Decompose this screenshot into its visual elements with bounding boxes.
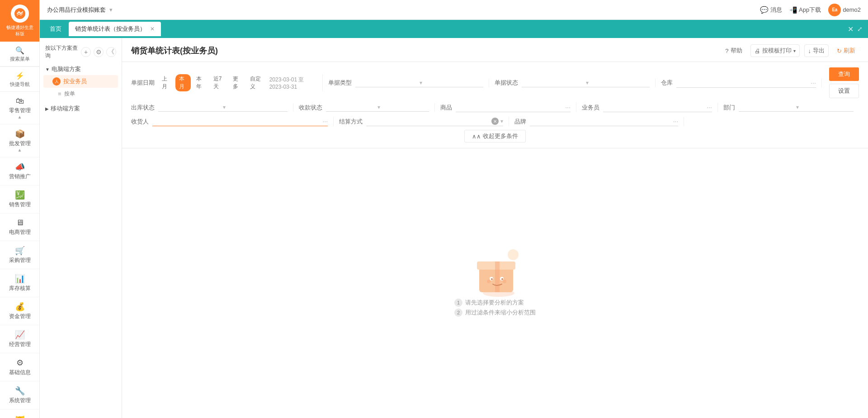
export-button[interactable]: ↓ 导出 — [804, 44, 829, 57]
collapse-scheme-button[interactable]: 《 — [106, 47, 116, 57]
salesman-control: ··· — [603, 103, 712, 112]
sidebar-logo[interactable]: 畅捷通好生意 标版 — [0, 0, 39, 42]
sidebar-item-inventory[interactable]: 📊 库存核算 — [0, 269, 39, 297]
quick-nav-button[interactable]: ⚡ 快捷导航 — [0, 66, 39, 92]
desktop-scheme-title[interactable]: ▼ 电脑端方案 — [43, 63, 118, 75]
step-2-text: 用过滤条件来缩小分析范围 — [465, 309, 536, 317]
date-tab-more[interactable]: 更多 — [229, 74, 245, 91]
salesman-scheme-icon: 人 — [52, 77, 61, 86]
brand-input-area[interactable]: ··· — [530, 117, 679, 126]
marketing-icon: 📣 — [15, 162, 25, 172]
pay-status-control[interactable]: ▾ — [326, 103, 429, 112]
receiver-input-area[interactable]: ··· — [152, 117, 328, 126]
filter-row-2: 出库状态 ▾ 收款状态 — [131, 103, 859, 112]
sidebar-item-system[interactable]: 🔧 系统管理 — [0, 381, 39, 409]
page-title: 销货单统计表(按业务员) — [131, 45, 218, 56]
app-download-button[interactable]: 📲 App下载 — [789, 6, 821, 14]
date-label: 单据日期 — [131, 79, 155, 87]
pay-status-select[interactable]: ▾ — [326, 103, 429, 112]
sidebar-item-wholesale[interactable]: 📦 批发管理 ▲ — [0, 124, 39, 157]
receiver-dots-button[interactable]: ··· — [322, 118, 328, 125]
search-menu-button[interactable]: 🔍 搜索菜单 — [0, 42, 39, 66]
brand-label: 品牌 — [514, 118, 526, 126]
tab-sales-stats[interactable]: 销货单统计表（按业务员） ✕ — [69, 22, 161, 36]
filter-doc-type: 单据类型 ▾ — [323, 79, 489, 87]
svg-rect-6 — [495, 270, 500, 292]
svg-point-11 — [487, 280, 491, 283]
warehouse-dots-button[interactable]: ··· — [811, 79, 816, 86]
salesman-dots-button[interactable]: ··· — [707, 104, 712, 111]
sidebar: 畅捷通好生意 标版 🔍 搜索菜单 ⚡ 快捷导航 🛍 零售管理 ▲ 📦 批发管理 … — [0, 0, 40, 418]
add-scheme-button[interactable]: + — [81, 47, 91, 57]
sidebar-item-operations[interactable]: 📈 经营管理 — [0, 325, 39, 353]
export-label: 导出 — [813, 47, 825, 55]
filter-pay-status: 收款状态 ▾ — [293, 103, 435, 112]
sidebar-item-marketing-label: 营销推广 — [9, 173, 31, 180]
sidebar-item-marketing[interactable]: 📣 营销推广 — [0, 157, 39, 185]
mobile-scheme-group: ▶ 移动端方案 — [40, 103, 122, 114]
refresh-label: 刷新 — [844, 47, 855, 55]
query-button[interactable]: 查询 — [829, 67, 859, 81]
empty-step-1: 1 请先选择要分析的方案 — [454, 299, 536, 307]
out-status-select[interactable]: ▾ — [158, 103, 288, 112]
help-button[interactable]: ? 帮助 — [722, 45, 745, 57]
step-2-number: 2 — [454, 309, 462, 317]
print-button[interactable]: 🖨 按模板打印 ▾ — [750, 44, 800, 57]
tab-home[interactable]: 首页 — [43, 22, 68, 36]
doc-type-arrow-icon: ▾ — [420, 80, 483, 86]
doc-status-control[interactable]: ▾ — [522, 79, 650, 87]
sidebar-item-basic[interactable]: ⚙ 基础信息 — [0, 353, 39, 381]
main-area: 办公用品行业模拟账套 ▾ 💬 消息 📲 App下载 Ea demo2 首页 — [40, 0, 868, 418]
dept-select[interactable]: ▾ — [739, 103, 854, 112]
sidebar-item-inventory-label: 库存核算 — [9, 285, 31, 292]
expand-window-button[interactable]: ⤢ — [857, 25, 863, 33]
sidebar-item-finance[interactable]: 💰 资金管理 — [0, 297, 39, 325]
sidebar-item-ecommerce[interactable]: 🖥 电商管理 — [0, 214, 39, 241]
date-tab-custom[interactable]: 自定义 — [246, 74, 266, 91]
payment-input-area[interactable]: ✕ ▾ — [366, 117, 503, 126]
doc-type-select[interactable]: ▾ — [355, 79, 483, 87]
tabbar: 首页 销货单统计表（按业务员） ✕ ✕ ⤢ — [40, 20, 868, 38]
date-tab-7days[interactable]: 近7天 — [210, 74, 227, 91]
tab-close-icon[interactable]: ✕ — [150, 26, 155, 32]
user-avatar-button[interactable]: Ea demo2 — [828, 4, 861, 16]
desktop-scheme-arrow-icon: ▼ — [45, 67, 50, 72]
scheme-order-label: 按单 — [64, 90, 75, 98]
company-dropdown-icon[interactable]: ▾ — [109, 6, 113, 13]
export-icon: ↓ — [808, 48, 811, 54]
date-tab-this-year[interactable]: 本年 — [193, 74, 208, 91]
settings-button[interactable]: 设置 — [829, 84, 859, 98]
svg-point-0 — [14, 8, 25, 19]
sidebar-item-retail[interactable]: 🛍 零售管理 ▲ — [0, 92, 39, 124]
sidebar-item-purchase[interactable]: 🛒 采购管理 — [0, 241, 39, 269]
filter-receiver: 收货人 ··· — [131, 117, 334, 126]
collapse-conditions-button[interactable]: ∧∧ 收起更多条件 — [464, 130, 526, 142]
scheme-item-salesman[interactable]: 人 按业务员 — [43, 75, 118, 88]
doc-status-select[interactable]: ▾ — [522, 79, 650, 87]
refresh-button[interactable]: ↻ 刷新 — [833, 45, 859, 57]
dept-control[interactable]: ▾ — [739, 103, 854, 112]
mobile-scheme-label: 移动端方案 — [51, 104, 80, 113]
out-status-control[interactable]: ▾ — [158, 103, 288, 112]
doc-type-control[interactable]: ▾ — [355, 79, 483, 87]
sidebar-item-sales[interactable]: 💹 销售管理 — [0, 185, 39, 214]
message-button[interactable]: 💬 消息 — [760, 6, 782, 14]
scheme-sub-item-order[interactable]: ≡ 按单 — [43, 88, 118, 100]
payment-clear-icon[interactable]: ✕ — [491, 118, 499, 125]
date-tab-last-month[interactable]: 上月 — [158, 74, 174, 91]
salesman-label: 业务员 — [582, 104, 599, 112]
filter-warehouse: 仓库 ··· — [656, 78, 822, 88]
brand-dots-button[interactable]: ··· — [673, 118, 679, 125]
mobile-scheme-title[interactable]: ▶ 移动端方案 — [43, 103, 118, 114]
warehouse-input-area[interactable]: ··· — [676, 78, 816, 88]
sidebar-item-enterprise[interactable]: 🤝 企业协同 — [0, 409, 39, 418]
settings-scheme-button[interactable]: ⚙ — [94, 47, 104, 57]
brand-control: ··· — [530, 117, 679, 126]
goods-dots-button[interactable]: ··· — [565, 104, 571, 111]
warehouse-label: 仓库 — [661, 79, 673, 87]
close-window-button[interactable]: ✕ — [848, 25, 854, 33]
salesman-input-area[interactable]: ··· — [603, 103, 712, 112]
doc-status-label: 单据状态 — [495, 79, 518, 87]
goods-input-area[interactable]: ··· — [456, 103, 571, 112]
date-tab-this-month[interactable]: 本月 — [175, 74, 191, 91]
